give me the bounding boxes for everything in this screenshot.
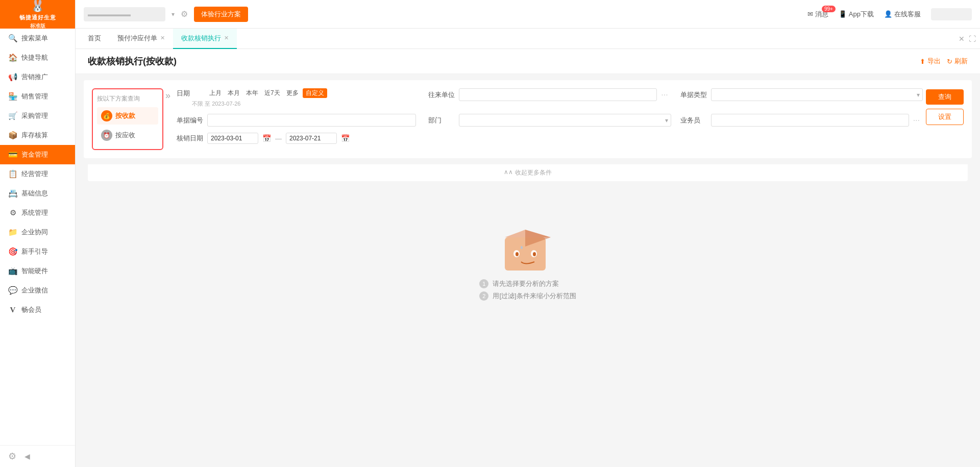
sidebar-item-sales[interactable]: 🏪 销售管理 [0,87,75,106]
date-label: 日期 [177,89,203,98]
date-filter-group: 日期 上月 本月 本年 近7天 更多 自定义 不限 [177,88,416,108]
sidebar-item-hardware[interactable]: 📺 智能硬件 [0,261,75,281]
custom-date-btn[interactable]: 自定义 [303,88,327,98]
online-service-button[interactable]: 👤 在线客服 [884,10,921,19]
sidebar-item-guide[interactable]: 🎯 新手引导 [0,242,75,261]
filter-scheme-selector: 按以下方案查询 💰 按收款 ⏰ 按应收 [92,88,163,150]
this-year-btn[interactable]: 本年 [244,88,260,98]
doc-type-select[interactable] [711,88,923,101]
doc-type-filter: 单据类型 ▾ [680,88,920,101]
export-icon: ⬆ [920,58,925,65]
sidebar-item-label: 库存核算 [21,131,48,140]
brand-selector[interactable]: ▬▬▬▬▬▬▬ [84,7,165,21]
app-download-button[interactable]: 📱 App下载 [839,10,874,19]
more-date-btn[interactable]: 更多 [284,88,301,98]
sidebar-item-inventory[interactable]: 📦 库存核算 [0,126,75,145]
export-button[interactable]: ⬆ 导出 [920,57,941,66]
topbar-gear-icon[interactable]: ⚙ [181,9,188,19]
empty-hints: 1 请先选择要分析的方案 2 用[过滤]条件来缩小分析范围 [479,279,576,301]
sidebar-item-basic-info[interactable]: 📇 基础信息 [0,184,75,203]
content-area: 收款核销执行(按收款) ⬆ 导出 ↻ 刷新 按以下方案查询 💰 按收款 [76,49,980,467]
verif-date-start-input[interactable] [207,133,258,144]
sidebar-item-finance[interactable]: 💳 资金管理 [0,145,75,164]
last-7-days-btn[interactable]: 近7天 [262,88,282,98]
hint-text-2: 用[过滤]条件来缩小分析范围 [493,291,576,301]
app-logo: 🐰 畅捷通好生意 标准版 [0,0,75,29]
verif-date-start-calendar-icon[interactable]: 📅 [262,134,271,142]
user-avatar[interactable] [931,8,972,20]
export-label: 导出 [927,57,941,66]
department-select[interactable] [459,114,671,127]
message-icon: ✉ [807,10,813,18]
counterparty-label: 往来单位 [428,90,455,100]
hardware-icon: 📺 [8,266,17,276]
date-to-hint: 至 2023-07-26 [205,101,240,107]
empty-hint-2: 2 用[过滤]条件来缩小分析范围 [479,291,576,301]
brand-dropdown-icon[interactable]: ▾ [172,11,175,18]
this-month-btn[interactable]: 本月 [226,88,242,98]
collapse-sidebar-icon[interactable]: ◀ [24,452,30,460]
hint-num-1: 1 [479,279,488,288]
sidebar-item-purchase[interactable]: 🛒 采购管理 [0,106,75,126]
counterparty-input[interactable] [459,88,657,101]
close-window-icon[interactable]: ✕ [959,35,965,43]
filter-settings-button[interactable]: 设置 [926,109,964,125]
settings-bottom-icon[interactable]: ⚙ [8,451,16,462]
sidebar-item-wechat[interactable]: 💬 企业微信 [0,281,75,300]
logo-icon: 🐰 [31,0,44,13]
operations-icon: 📋 [8,169,17,179]
verif-date-end-input[interactable] [286,133,337,144]
filter-collapse-button[interactable]: » [165,88,170,150]
sidebar-item-label: 搜索菜单 [21,34,48,43]
collab-icon: 📁 [8,228,17,237]
last-month-btn[interactable]: 上月 [207,88,224,98]
sidebar-item-label: 系统管理 [21,208,48,217]
filter-row2: 单据编号 部门 ▾ 业务员 ··· [177,114,920,127]
solution-button[interactable]: 体验行业方案 [194,7,248,22]
salesperson-more-icon[interactable]: ··· [913,116,920,125]
salesperson-filter: 业务员 ··· [680,114,920,127]
verif-date-end-calendar-icon[interactable]: 📅 [341,134,350,142]
sidebar-item-collab[interactable]: 📁 企业协同 [0,223,75,242]
expand-window-icon[interactable]: ⛶ [969,35,976,43]
sidebar-item-system[interactable]: ⚙ 系统管理 [0,203,75,223]
tab-home[interactable]: 首页 [80,29,109,49]
counterparty-more-icon[interactable]: ··· [661,90,668,100]
verif-date-separator: — [275,135,282,142]
filter-option-label: 按应收 [115,131,135,140]
tab-receipt-verify[interactable]: 收款核销执行 ✕ [173,29,237,49]
sidebar-item-label: 企业微信 [21,286,48,295]
sidebar-item-member[interactable]: V 畅会员 [0,300,75,319]
doc-number-input[interactable] [207,114,416,127]
tab-receipt-verify-label: 收款核销执行 [181,34,221,43]
empty-state: 1 请先选择要分析的方案 2 用[过滤]条件来缩小分析范围 [76,181,980,321]
collapse-more-button[interactable]: ∧∧ 收起更多条件 [88,164,968,181]
tab-prepay[interactable]: 预付冲应付单 ✕ [109,29,173,49]
sidebar-item-search[interactable]: 🔍 搜索菜单 [0,29,75,48]
sidebar-item-marketing[interactable]: 📢 营销推广 [0,67,75,87]
search-icon: 🔍 [8,34,17,43]
filter-option-by-receivable[interactable]: ⏰ 按应收 [97,127,158,144]
salesperson-input[interactable] [711,114,909,127]
sidebar-item-label: 营销推广 [21,72,48,82]
filter-panel: 按以下方案查询 💰 按收款 ⏰ 按应收 » [84,80,972,158]
date-shortcuts: 上月 本月 本年 近7天 更多 自定义 [207,88,327,98]
svg-point-7 [521,246,523,249]
home-icon: 🏠 [8,53,17,62]
tab-receipt-verify-close-icon[interactable]: ✕ [224,35,229,41]
tab-prepay-close-icon[interactable]: ✕ [160,35,165,41]
topbar: ▬▬▬▬▬▬▬ ▾ ⚙ 体验行业方案 ✉ 消息 99+ 📱 App下载 👤 在线… [76,0,980,29]
sidebar-item-quicknav[interactable]: 🏠 快捷导航 [0,48,75,67]
svg-point-5 [516,252,519,256]
salesperson-label: 业务员 [680,116,707,125]
refresh-button[interactable]: ↻ 刷新 [947,57,968,66]
message-button[interactable]: ✉ 消息 99+ [807,10,828,19]
refresh-icon: ↻ [947,58,952,65]
sidebar-item-operations[interactable]: 📋 经营管理 [0,164,75,184]
brand-name: ▬▬▬▬▬▬▬ [88,11,131,18]
filter-option-by-receipt[interactable]: 💰 按收款 [97,107,158,125]
empty-illustration [497,222,558,273]
collapse-more-label: 收起更多条件 [515,168,552,177]
wechat-icon: 💬 [8,286,17,295]
query-button[interactable]: 查询 [926,89,964,105]
